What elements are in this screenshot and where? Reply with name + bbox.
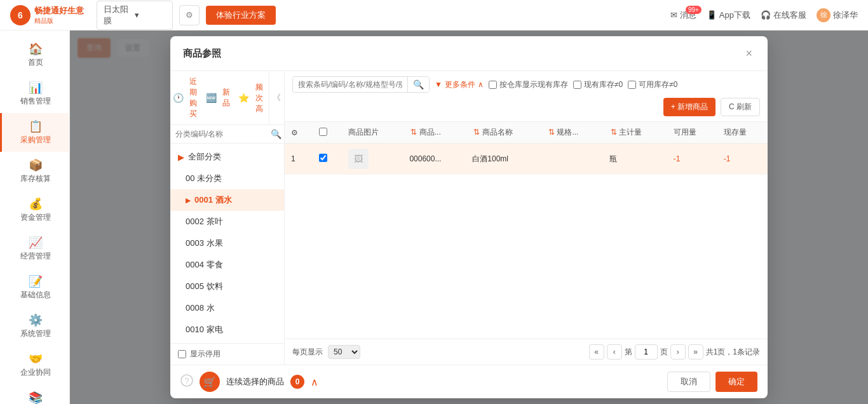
sidebar-item-basic-info[interactable]: 📝 基础信息 xyxy=(0,268,69,307)
page-number-input[interactable] xyxy=(635,344,658,360)
sidebar-item-inventory[interactable]: 📦 库存核算 xyxy=(0,152,69,191)
category-search-box: 🔍 xyxy=(170,125,284,144)
sort-icon: ⇅ xyxy=(473,128,480,137)
help-icon[interactable]: ? xyxy=(180,374,193,389)
sidebar-item-system[interactable]: ⚙️ 系统管理 xyxy=(0,307,69,346)
trial-button[interactable]: 体验行业方案 xyxy=(206,6,276,25)
company-dropdown[interactable]: 日太阳膜 ▾ xyxy=(97,1,173,30)
sidebar-item-home[interactable]: 🏠 首页 xyxy=(0,36,69,74)
sidebar-item-label: 系统管理 xyxy=(20,328,51,339)
category-item-water[interactable]: 0008 水 xyxy=(170,297,284,319)
row-unit: 瓶 xyxy=(603,144,667,175)
category-item-fruit[interactable]: 0003 水果 xyxy=(170,232,284,254)
sidebar-item-label: 库存核算 xyxy=(20,173,51,184)
sidebar: 🏠 首页 📊 销售管理 📋 采购管理 📦 库存核算 💰 资金管理 📈 经营管理 … xyxy=(0,30,70,404)
row-available: -1 xyxy=(667,144,717,175)
column-settings-icon[interactable]: ⚙ xyxy=(291,128,298,137)
avatar-icon: 徐 xyxy=(817,8,831,22)
filter-icon: ▼ xyxy=(435,80,442,89)
category-item-uncategorized[interactable]: 00 未分类 xyxy=(170,168,284,189)
col-name[interactable]: ⇅ 商品名称 xyxy=(466,122,541,144)
sort-icon: ⇅ xyxy=(410,128,417,137)
svg-text:?: ? xyxy=(184,376,189,386)
page-size-label: 每页显示 xyxy=(292,347,323,358)
current-stock-checkbox[interactable] xyxy=(573,81,581,89)
table-row[interactable]: 1 🖼 xyxy=(285,144,768,175)
last-page-button[interactable]: » xyxy=(688,344,703,360)
pagination-bar: 每页显示 50 10 20 100 « ‹ 第 xyxy=(285,339,768,365)
modal-close-button[interactable]: × xyxy=(743,45,755,62)
tab-recent-purchase[interactable]: 🕐 近期购买 xyxy=(170,71,203,125)
category-search-input[interactable] xyxy=(175,130,271,138)
collapse-left-panel-button[interactable]: 《 xyxy=(269,71,284,125)
settings-gear-button[interactable]: ⚙ xyxy=(179,5,200,25)
available-stock-checkbox-label[interactable]: 可用库存≠0 xyxy=(628,79,677,90)
tab-frequent[interactable]: ⭐ 频次高 xyxy=(236,71,269,125)
category-item-liquor[interactable]: ▶ 0001 酒水 xyxy=(170,189,284,211)
filter-arrow-icon: ∧ xyxy=(478,80,484,89)
message-button[interactable]: ✉ 消息 99+ xyxy=(670,10,696,21)
row-select-checkbox[interactable] xyxy=(319,154,327,162)
category-item-snack[interactable]: 0004 零食 xyxy=(170,254,284,276)
sidebar-item-enterprise[interactable]: 🤝 企业协同 xyxy=(0,346,69,384)
image-icon: 🖼 xyxy=(354,154,363,164)
cancel-button[interactable]: 取消 xyxy=(667,372,710,392)
add-product-button[interactable]: + 新增商品 xyxy=(663,98,715,116)
col-image: 商品图片 xyxy=(342,122,403,144)
col-spec[interactable]: ⇅ 规格... xyxy=(541,122,603,144)
right-toolbar: 🔍 ▼ 更多条件 ∧ 按仓库显示现有库存 xyxy=(285,71,768,122)
sidebar-item-finance[interactable]: 💰 资金管理 xyxy=(0,191,69,229)
category-item-beverage[interactable]: 0005 饮料 xyxy=(170,276,284,297)
next-page-button[interactable]: › xyxy=(670,344,686,360)
sidebar-item-operations[interactable]: 📈 经营管理 xyxy=(0,229,69,268)
enterprise-icon: 🤝 xyxy=(29,352,43,366)
modal-overlay: 商品参照 × 🕐 近期购买 🆕 xyxy=(70,30,868,404)
category-item-all[interactable]: ▶ 全部分类 xyxy=(170,146,284,168)
product-search-button[interactable]: 🔍 xyxy=(407,77,429,92)
customer-service-button[interactable]: 🎧 在线客服 xyxy=(761,10,806,21)
category-item-tea[interactable]: 0002 茶叶 xyxy=(170,211,284,232)
row-name: 白酒100ml xyxy=(466,144,541,175)
current-stock-checkbox-label[interactable]: 现有库存≠0 xyxy=(573,79,623,90)
more-filter-button[interactable]: ▼ 更多条件 ∧ xyxy=(435,79,484,90)
category-search-icon[interactable]: 🔍 xyxy=(271,129,281,139)
col-stock: 现存量 xyxy=(717,122,768,144)
refresh-button[interactable]: C 刷新 xyxy=(721,98,760,116)
row-checkbox-cell xyxy=(313,144,342,175)
sidebar-item-label: 资金管理 xyxy=(20,212,51,223)
right-panel: 🔍 ▼ 更多条件 ∧ 按仓库显示现有库存 xyxy=(285,71,768,365)
available-stock-checkbox[interactable] xyxy=(628,81,636,89)
first-page-button[interactable]: « xyxy=(589,344,604,360)
collapse-icon[interactable]: ∧ xyxy=(311,376,318,388)
sidebar-item-sales[interactable]: 📊 销售管理 xyxy=(0,74,69,113)
nav-right: ✉ 消息 99+ 📱 App下载 🎧 在线客服 徐 徐泽华 xyxy=(670,8,858,22)
product-table-wrap: ⚙ 商品图片 xyxy=(285,122,768,339)
user-profile[interactable]: 徐 徐泽华 xyxy=(817,8,858,22)
select-all-checkbox[interactable] xyxy=(319,128,327,136)
confirm-button[interactable]: 确定 xyxy=(715,372,757,392)
message-icon: ✉ xyxy=(670,10,677,20)
app-download-button[interactable]: 📱 App下载 xyxy=(707,10,750,21)
product-table: ⚙ 商品图片 xyxy=(285,122,768,175)
sidebar-item-guide[interactable]: 📚 新手引导 xyxy=(0,384,69,404)
pagination-controls: « ‹ 第 页 › » 共1页，1条记录 xyxy=(589,344,760,360)
prev-page-button[interactable]: ‹ xyxy=(607,344,622,360)
category-item-appliance[interactable]: 0010 家电 xyxy=(170,319,284,340)
warehouse-stock-checkbox-label[interactable]: 按仓库显示现有库存 xyxy=(489,79,568,90)
show-disabled-checkbox[interactable] xyxy=(178,350,186,358)
sidebar-item-purchase[interactable]: 📋 采购管理 xyxy=(0,113,69,152)
page-size-select[interactable]: 50 10 20 100 xyxy=(328,345,360,359)
left-panel: 🕐 近期购买 🆕 新品 ⭐ 频次高 《 xyxy=(170,71,285,365)
tab-new-products[interactable]: 🆕 新品 xyxy=(203,71,236,125)
show-disabled-label: 显示停用 xyxy=(190,349,220,360)
warehouse-stock-checkbox[interactable] xyxy=(489,81,497,89)
sidebar-item-label: 经营管理 xyxy=(20,251,51,262)
page-unit: 页 xyxy=(660,347,668,358)
row-image-cell: 🖼 xyxy=(342,144,403,175)
col-code[interactable]: ⇅ 商品... xyxy=(403,122,466,144)
system-icon: ⚙️ xyxy=(29,313,43,327)
modal-footer: ? 🛒 连续选择的商品 0 ∧ 取消 确定 xyxy=(170,365,768,398)
product-search-input[interactable] xyxy=(293,77,407,91)
cart-button[interactable]: 🛒 xyxy=(200,372,220,392)
col-unit[interactable]: ⇅ 主计量 xyxy=(603,122,667,144)
